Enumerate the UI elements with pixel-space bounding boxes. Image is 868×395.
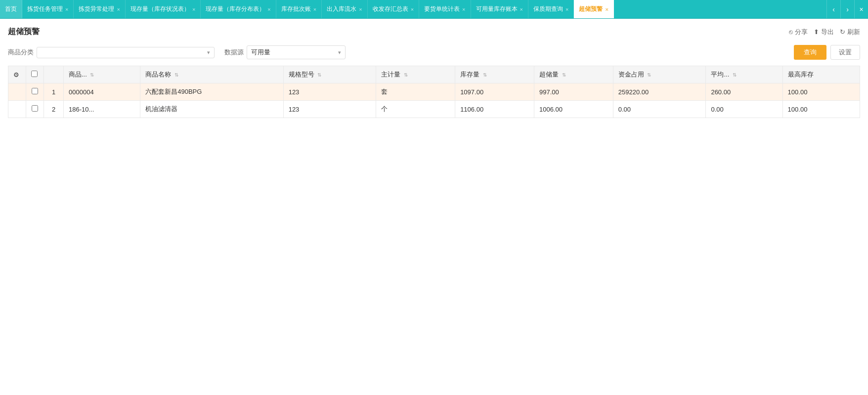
settings-button[interactable]: 设置 [830, 45, 860, 60]
nav-item-6[interactable]: 出入库流水 × [322, 0, 367, 19]
query-button[interactable]: 查询 [794, 45, 826, 60]
refresh-icon: ↻ [840, 28, 845, 36]
filter-row: 商品分类 ▾ 数据源 可用量 ▾ 查询 设置 [8, 45, 860, 60]
sort-icon-capital: ⇅ [647, 72, 651, 78]
td-maxstock-0: 100.00 [782, 83, 860, 101]
close-tab-9[interactable]: × [520, 6, 523, 12]
chevron-down-icon: ▾ [207, 49, 210, 56]
td-overstock-1: 1006.00 [534, 101, 613, 118]
datasource-select[interactable]: 可用量 ▾ [247, 45, 346, 59]
datasource-select-value: 可用量 [251, 48, 270, 57]
close-tab-1[interactable]: × [65, 6, 68, 12]
sort-icon-avg: ⇅ [733, 72, 737, 78]
sort-icon-overstock: ⇅ [562, 72, 566, 78]
page-header: 超储预警 ⎋ 分享 ⬆ 导出 ↻ 刷新 [8, 27, 860, 37]
td-code-1: 186-10... [64, 101, 140, 118]
nav-item-1[interactable]: 拣货任务管理 × [22, 0, 74, 19]
row-checkbox-0[interactable] [32, 88, 38, 94]
refresh-button[interactable]: ↻ 刷新 [840, 28, 860, 37]
datasource-label: 数据源 [224, 48, 244, 57]
td-unit-1: 个 [376, 101, 455, 118]
close-tab-10[interactable]: × [565, 6, 568, 12]
td-checkbox-0[interactable] [26, 83, 44, 101]
td-checkbox-1[interactable] [26, 101, 44, 118]
th-num [44, 66, 64, 83]
nav-item-8[interactable]: 要货单统计表 × [419, 0, 471, 19]
datasource-filter: 数据源 可用量 ▾ [224, 45, 346, 59]
td-num-0: 1 [44, 83, 64, 101]
nav-item-2[interactable]: 拣货异常处理 × [74, 0, 125, 19]
export-icon: ⬆ [814, 28, 819, 36]
th-gear[interactable]: ⚙ [8, 66, 26, 83]
data-table: ⚙ 商品... ⇅ 商品名称 ⇅ 规格型号 ⇅ [8, 66, 860, 118]
page-title: 超储预警 [8, 27, 40, 37]
close-tab-5[interactable]: × [313, 6, 316, 12]
row-checkbox-1[interactable] [32, 105, 38, 112]
td-gear-1 [8, 101, 26, 118]
nav-item-3[interactable]: 现存量（库存状况表） × [126, 0, 201, 19]
td-avg-1: 0.00 [706, 101, 782, 118]
chevron-down-icon-2: ▾ [338, 49, 341, 56]
td-spec-1: 123 [283, 101, 376, 118]
close-tab-6[interactable]: × [359, 6, 362, 12]
td-stock-0: 1097.00 [455, 83, 534, 101]
nav-arrows: ‹ › × [826, 0, 868, 19]
nav-item-5[interactable]: 库存批次账 × [276, 0, 322, 19]
td-maxstock-1: 100.00 [782, 101, 860, 118]
close-tab-4[interactable]: × [267, 6, 270, 12]
td-stock-1: 1106.00 [455, 101, 534, 118]
close-tab-8[interactable]: × [462, 6, 465, 12]
table-row: 1 0000004 六配套新昌490BPG 123 套 1097.00 997.… [8, 83, 860, 101]
filter-actions: 查询 设置 [794, 45, 860, 60]
sort-icon-unit: ⇅ [404, 72, 408, 78]
nav-item-11-active[interactable]: 超储预警 × [574, 0, 613, 19]
header-actions: ⎋ 分享 ⬆ 导出 ↻ 刷新 [789, 28, 860, 37]
category-label: 商品分类 [8, 48, 34, 57]
nav-prev-button[interactable]: ‹ [826, 0, 840, 19]
th-max-stock[interactable]: 最高库存 [782, 66, 860, 83]
td-avg-0: 260.00 [706, 83, 782, 101]
th-capital[interactable]: 资金占用 ⇅ [613, 66, 706, 83]
share-icon: ⎋ [789, 28, 793, 36]
sort-icon-code: ⇅ [90, 72, 94, 78]
th-product-code[interactable]: 商品... ⇅ [64, 66, 140, 83]
share-button[interactable]: ⎋ 分享 [789, 28, 808, 37]
top-nav: 首页 拣货任务管理 × 拣货异常处理 × 现存量（库存状况表） × 现存量（库存… [0, 0, 868, 19]
category-select[interactable]: ▾ [37, 47, 215, 58]
th-product-name[interactable]: 商品名称 ⇅ [140, 66, 283, 83]
nav-item-home[interactable]: 首页 [0, 0, 22, 19]
td-gear-0 [8, 83, 26, 101]
nav-item-4[interactable]: 现存量（库存分布表） × [201, 0, 276, 19]
gear-icon: ⚙ [13, 71, 19, 79]
td-name-0: 六配套新昌490BPG [140, 83, 283, 101]
td-code-0: 0000004 [64, 83, 140, 101]
nav-close-button[interactable]: × [854, 0, 868, 19]
td-spec-0: 123 [283, 83, 376, 101]
td-unit-0: 套 [376, 83, 455, 101]
nav-item-7[interactable]: 收发存汇总表 × [368, 0, 419, 19]
nav-item-10[interactable]: 保质期查询 × [528, 0, 574, 19]
th-unit[interactable]: 主计量 ⇅ [376, 66, 455, 83]
sort-icon-stock: ⇅ [483, 72, 487, 78]
close-tab-7[interactable]: × [411, 6, 414, 12]
td-name-1: 机油滤清器 [140, 101, 283, 118]
th-stock[interactable]: 库存量 ⇅ [455, 66, 534, 83]
close-tab-11[interactable]: × [605, 6, 608, 12]
th-overstock[interactable]: 超储量 ⇅ [534, 66, 613, 83]
nav-next-button[interactable]: › [840, 0, 854, 19]
th-checkbox[interactable] [26, 66, 44, 83]
select-all-checkbox[interactable] [31, 71, 38, 77]
th-spec[interactable]: 规格型号 ⇅ [283, 66, 376, 83]
export-button[interactable]: ⬆ 导出 [814, 28, 834, 37]
table-header-row: ⚙ 商品... ⇅ 商品名称 ⇅ 规格型号 ⇅ [8, 66, 860, 83]
close-tab-2[interactable]: × [117, 6, 120, 12]
category-filter: 商品分类 ▾ [8, 47, 215, 58]
nav-item-9[interactable]: 可用量库存账本 × [471, 0, 528, 19]
close-tab-3[interactable]: × [192, 6, 195, 12]
td-capital-1: 0.00 [613, 101, 706, 118]
th-avg[interactable]: 平均... ⇅ [706, 66, 782, 83]
td-num-1: 2 [44, 101, 64, 118]
sort-icon-spec: ⇅ [317, 72, 321, 78]
table-row: 2 186-10... 机油滤清器 123 个 1106.00 1006.00 … [8, 101, 860, 118]
td-capital-0: 259220.00 [613, 83, 706, 101]
